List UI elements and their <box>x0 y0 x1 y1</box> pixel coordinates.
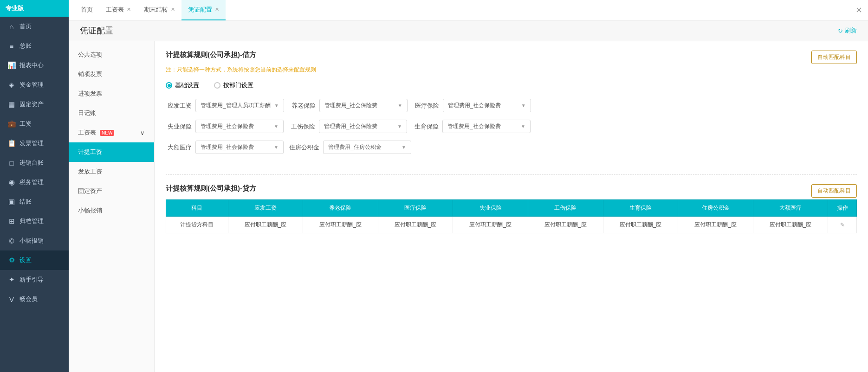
select-value: 管理费用_社会保险费 <box>448 102 501 109</box>
left-menu-calc-salary[interactable]: 计提工资 <box>69 142 154 162</box>
radio-basic[interactable]: 基础设置 <box>166 81 199 90</box>
th-yiliao: 医疗保险 <box>378 200 453 217</box>
th-gjj: 住房公积金 <box>678 200 753 217</box>
tab-salary-table[interactable]: 工资表 ✕ <box>99 0 137 20</box>
chevron-down-icon: ▼ <box>274 145 279 150</box>
field-yiliao: 医疗保险 管理费用_社会保险费 ▼ <box>413 99 531 112</box>
tab-period-close-label: 期末结转 <box>144 6 168 14</box>
sidebar-item-salary[interactable]: 💼 工资 <box>0 114 69 134</box>
th-action: 操作 <box>828 200 857 217</box>
tab-period-close-close[interactable]: ✕ <box>171 6 175 13</box>
gongshang-select[interactable]: 管理费用_社会保险费 ▼ <box>319 120 407 133</box>
content-area: 公共选项 销项发票 进项发票 日记账 工资表 NEW ∨ 计提工资 <box>69 41 868 372</box>
tab-salary-table-close[interactable]: ✕ <box>127 6 131 13</box>
yanglao-select[interactable]: 管理费用_社会保险费 ▼ <box>319 99 408 112</box>
td-yanglao: 应付职工薪酬_应 <box>303 217 378 233</box>
sidebar-item-assets[interactable]: ▦ 固定资产 <box>0 95 69 114</box>
close-all-button[interactable]: ✕ <box>855 5 862 15</box>
sidebar-item-settings[interactable]: ⚙ 设置 <box>0 250 69 270</box>
sidebar-item-purchase[interactable]: □ 进销台账 <box>0 153 69 173</box>
debit-section-note: 注：只能选择一种方式，系统将按照您当前的选择来配置规则 <box>166 66 857 74</box>
left-menu-public[interactable]: 公共选项 <box>69 45 154 64</box>
left-menu-expense[interactable]: 小畅报销 <box>69 201 154 220</box>
settings-icon: ⚙ <box>7 256 16 264</box>
table-header-row: 科目 应发工资 养老保险 医疗保险 失业保险 工伤保险 生育保险 住房公积金 大… <box>166 200 857 217</box>
sidebar-item-xcreport[interactable]: © 小畅报销 <box>0 231 69 250</box>
shengyu-select[interactable]: 管理费用_社会保险费 ▼ <box>442 120 531 133</box>
left-menu-journal[interactable]: 日记账 <box>69 103 154 123</box>
edit-icon[interactable]: ✎ <box>840 222 845 228</box>
tab-voucher-config[interactable]: 凭证配置 ✕ <box>181 0 226 20</box>
left-menu-fixed-assets[interactable]: 固定资产 <box>69 181 154 201</box>
td-shengyu: 应付职工薪酬_应 <box>603 217 678 233</box>
tab-home[interactable]: 首页 <box>74 0 99 20</box>
refresh-button[interactable]: ↻ 刷新 <box>838 26 857 35</box>
field-label: 住房公积金 <box>289 143 319 152</box>
sidebar-item-report[interactable]: 📊 报表中心 <box>0 56 69 75</box>
tab-voucher-config-label: 凭证配置 <box>188 6 212 14</box>
credit-section: 自动匹配科目 计提核算规则(公司承担)-贷方 科目 应发工资 养老保险 医疗保险… <box>166 184 857 233</box>
field-gjj: 住房公积金 管理费用_住房公积金 ▼ <box>289 141 411 154</box>
sidebar-item-label: 资金管理 <box>19 81 44 89</box>
radio-dept[interactable]: 按部门设置 <box>214 81 253 90</box>
left-menu-salary-table[interactable]: 工资表 NEW ∨ <box>69 123 154 142</box>
th-subject: 科目 <box>166 200 228 217</box>
tab-period-close[interactable]: 期末结转 ✕ <box>137 0 181 20</box>
guide-icon: ✦ <box>7 276 16 284</box>
expand-icon: ∨ <box>140 129 145 136</box>
ledger-icon: ≡ <box>7 42 16 50</box>
sidebar-item-archive[interactable]: ⊞ 归档管理 <box>0 212 69 231</box>
credit-table: 科目 应发工资 养老保险 医疗保险 失业保险 工伤保险 生育保险 住房公积金 大… <box>166 199 857 233</box>
new-badge: NEW <box>100 130 114 136</box>
tab-salary-table-label: 工资表 <box>106 6 124 14</box>
th-yingfa: 应发工资 <box>228 200 303 217</box>
sidebar-item-tax[interactable]: ◉ 税务管理 <box>0 173 69 192</box>
sidebar-item-close[interactable]: ▣ 结账 <box>0 192 69 212</box>
td-subject: 计提贷方科目 <box>166 217 228 233</box>
shiye-select[interactable]: 管理费用_社会保险费 ▼ <box>195 120 284 133</box>
td-yiliao: 应付职工薪酬_应 <box>378 217 453 233</box>
app-logo: 专业版 <box>0 0 69 17</box>
left-menu-purchase-invoice[interactable]: 进项发票 <box>69 84 154 103</box>
sidebar-item-label: 进销台账 <box>19 159 44 167</box>
sidebar-item-label: 发票管理 <box>19 139 44 148</box>
sidebar-item-label: 工资 <box>19 120 32 128</box>
td-gongshang: 应付职工薪酬_应 <box>528 217 603 233</box>
field-label: 养老保险 <box>290 102 316 110</box>
dae-yiliao-select[interactable]: 管理费用_社会保险费 ▼ <box>195 141 284 154</box>
sidebar-item-home[interactable]: ⌂ 首页 <box>0 17 69 36</box>
fund-icon: ◈ <box>7 81 16 89</box>
sidebar-item-label: 新手引导 <box>19 276 44 284</box>
purchase-icon: □ <box>7 159 16 167</box>
left-menu-sales-invoice[interactable]: 销项发票 <box>69 64 154 84</box>
th-shengyu: 生育保险 <box>603 200 678 217</box>
gjj-select[interactable]: 管理费用_住房公积金 ▼ <box>323 141 411 154</box>
field-yingfa-gongzi: 应发工资 管理费用_管理人员职工薪酬 ▼ <box>166 99 284 112</box>
main-area: 首页 工资表 ✕ 期末结转 ✕ 凭证配置 ✕ ✕ 凭证配置 ↻ 刷新 公共选项 <box>69 0 868 372</box>
field-shengyu: 生育保险 管理费用_社会保险费 ▼ <box>413 120 531 133</box>
auto-match-debit-button[interactable]: 自动匹配科目 <box>811 51 857 64</box>
sidebar-item-member[interactable]: V 畅会员 <box>0 289 69 309</box>
sidebar-item-label: 报表中心 <box>19 61 44 70</box>
td-yingfa: 应付职工薪酬_应 <box>228 217 303 233</box>
yingfa-select[interactable]: 管理费用_管理人员职工薪酬 ▼ <box>195 99 284 112</box>
right-content: 自动匹配科目 计提核算规则(公司承担)-借方 注：只能选择一种方式，系统将按照您… <box>155 41 868 372</box>
tab-voucher-config-close[interactable]: ✕ <box>215 6 219 13</box>
sidebar-item-label: 小畅报销 <box>19 237 44 245</box>
th-dae: 大额医疗 <box>753 200 828 217</box>
member-icon: V <box>7 295 16 303</box>
td-action: ✎ <box>828 217 857 233</box>
sidebar-item-label: 结账 <box>19 198 32 206</box>
sidebar-item-label: 税务管理 <box>19 178 44 186</box>
sidebar-item-fund[interactable]: ◈ 资金管理 <box>0 75 69 95</box>
sidebar-item-ledger[interactable]: ≡ 总账 <box>0 36 69 56</box>
auto-match-credit-button[interactable]: 自动匹配科目 <box>811 184 857 198</box>
archive-icon: ⊞ <box>7 217 16 225</box>
sidebar-item-label: 固定资产 <box>19 100 44 109</box>
left-menu-pay-salary[interactable]: 发放工资 <box>69 162 154 181</box>
yiliao-select[interactable]: 管理费用_社会保险费 ▼ <box>443 99 531 112</box>
radio-dept-circle <box>214 82 220 89</box>
tax-icon: ◉ <box>7 178 16 186</box>
sidebar-item-guide[interactable]: ✦ 新手引导 <box>0 270 69 289</box>
sidebar-item-invoice[interactable]: 📋 发票管理 <box>0 134 69 153</box>
